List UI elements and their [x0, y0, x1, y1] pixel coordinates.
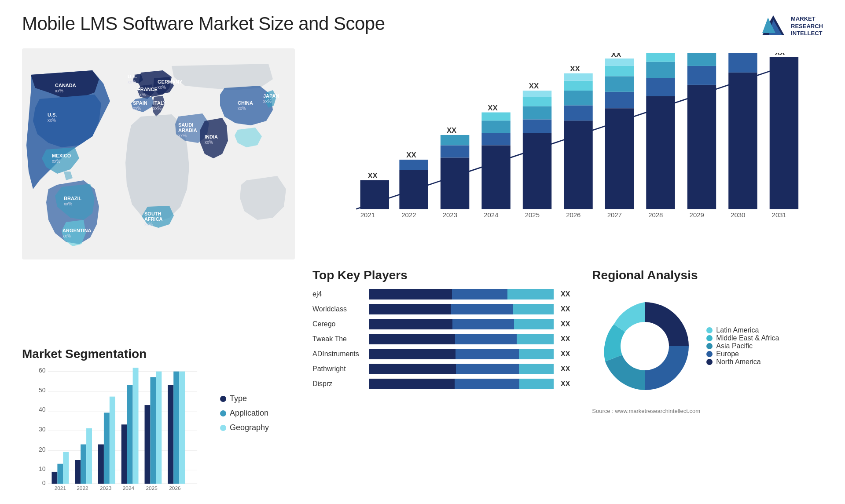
header: Mobile LMS Software Market Size and Scop…	[22, 13, 823, 40]
legend-item: Type	[220, 394, 277, 403]
svg-text:CHINA: CHINA	[238, 100, 253, 106]
player-row: Disprz XX	[312, 379, 570, 389]
svg-rect-66	[605, 76, 634, 92]
legend-label: Application	[230, 409, 268, 418]
svg-rect-73	[646, 53, 675, 62]
svg-text:xx%: xx%	[137, 92, 146, 97]
segmentation-title: Market Segmentation	[22, 347, 277, 361]
player-bar-container	[369, 319, 554, 329]
player-bar-light	[519, 349, 554, 359]
svg-text:2027: 2027	[607, 211, 622, 219]
donut-chart	[592, 293, 698, 399]
regional-legend-dot	[706, 351, 713, 357]
player-name: Worldclass	[312, 305, 365, 313]
svg-rect-123	[127, 385, 133, 484]
svg-rect-124	[133, 368, 139, 484]
svg-text:xx%: xx%	[153, 106, 162, 111]
player-bar-mid	[451, 304, 513, 314]
player-bar-container	[369, 364, 554, 374]
key-players-title: Top Key Players	[312, 268, 570, 282]
svg-rect-111	[57, 464, 63, 484]
svg-rect-55	[523, 97, 551, 106]
svg-text:xx%: xx%	[128, 80, 136, 84]
svg-text:10: 10	[39, 465, 46, 472]
svg-text:MEXICO: MEXICO	[52, 153, 71, 158]
player-name: Cerego	[312, 320, 365, 328]
logo-icon	[760, 13, 786, 40]
svg-rect-61	[564, 81, 592, 91]
legend-dot	[220, 396, 226, 402]
svg-text:xx%: xx%	[55, 88, 63, 93]
segmentation-chart-container: 60 50 40 30 20 10 0	[22, 368, 277, 491]
source-text: Source : www.marketresearchintellect.com	[592, 408, 700, 414]
svg-rect-49	[481, 121, 510, 133]
player-bar-mid	[452, 289, 507, 299]
svg-text:XX: XX	[775, 53, 785, 57]
svg-rect-79	[728, 73, 757, 209]
player-row: Cerego XX	[312, 319, 570, 329]
svg-text:INDIA: INDIA	[205, 134, 218, 139]
svg-text:60: 60	[39, 368, 46, 374]
key-players-section: Top Key Players ej4 XX Worldclass XX Cer…	[304, 268, 579, 482]
svg-text:2031: 2031	[772, 211, 786, 219]
bottom-sections: Top Key Players ej4 XX Worldclass XX Cer…	[304, 268, 823, 482]
svg-rect-62	[564, 73, 592, 81]
player-name: ej4	[312, 290, 365, 298]
svg-text:ARGENTINA: ARGENTINA	[62, 228, 91, 233]
svg-text:FRANCE: FRANCE	[137, 87, 158, 92]
svg-rect-67	[605, 66, 634, 76]
svg-text:CANADA: CANADA	[55, 83, 76, 88]
svg-text:ITALY: ITALY	[153, 100, 167, 106]
svg-rect-38	[360, 180, 389, 209]
svg-text:JAPAN: JAPAN	[263, 93, 279, 99]
regional-legend-label: Asia Pacific	[716, 342, 753, 350]
legend-label: Type	[230, 394, 247, 403]
svg-text:2030: 2030	[731, 211, 745, 219]
svg-text:xx%: xx%	[64, 201, 72, 206]
svg-text:2026: 2026	[169, 485, 181, 491]
svg-rect-40	[399, 170, 428, 209]
svg-text:20: 20	[39, 446, 46, 453]
player-value: XX	[561, 380, 570, 388]
regional-legend-dot	[706, 359, 713, 365]
svg-rect-60	[564, 91, 592, 106]
player-value: XX	[561, 350, 570, 358]
player-name: Tweak The	[312, 335, 365, 343]
svg-rect-115	[81, 444, 86, 483]
world-map-section: CANADA xx% U.S. xx% MEXICO xx% BRAZIL xx…	[22, 48, 295, 259]
player-bar-light	[507, 289, 554, 299]
svg-text:2023: 2023	[443, 211, 457, 219]
player-name: Pathwright	[312, 365, 365, 373]
svg-text:AFRICA: AFRICA	[144, 216, 163, 222]
svg-rect-45	[441, 135, 469, 145]
svg-rect-126	[145, 405, 151, 484]
svg-text:50: 50	[39, 387, 46, 394]
player-bar-light	[519, 364, 554, 374]
svg-rect-68	[605, 58, 634, 66]
player-row: Tweak The XX	[312, 334, 570, 344]
svg-rect-48	[481, 133, 510, 145]
regional-section: Regional Analysis	[592, 268, 823, 482]
player-value: XX	[561, 335, 570, 343]
bar-chart-section: XX XX XX XX	[304, 48, 823, 259]
player-bar-container	[369, 289, 554, 299]
svg-rect-53	[523, 119, 551, 133]
svg-text:2029: 2029	[690, 211, 704, 219]
svg-text:xx%: xx%	[48, 118, 56, 123]
regional-legend-label: North America	[716, 358, 760, 366]
svg-rect-131	[173, 372, 179, 484]
player-value: XX	[561, 290, 570, 298]
svg-rect-119	[104, 413, 110, 484]
svg-text:XX: XX	[488, 104, 498, 112]
svg-text:2026: 2026	[566, 211, 580, 219]
svg-rect-112	[63, 452, 69, 484]
regional-legend-dot	[706, 335, 713, 341]
svg-rect-59	[564, 106, 592, 121]
svg-rect-72	[646, 62, 675, 78]
svg-text:2024: 2024	[484, 211, 498, 219]
svg-text:2025: 2025	[146, 485, 158, 491]
svg-rect-110	[51, 472, 57, 484]
svg-text:2022: 2022	[77, 485, 88, 491]
player-value: XX	[561, 305, 570, 313]
svg-rect-116	[86, 428, 92, 484]
